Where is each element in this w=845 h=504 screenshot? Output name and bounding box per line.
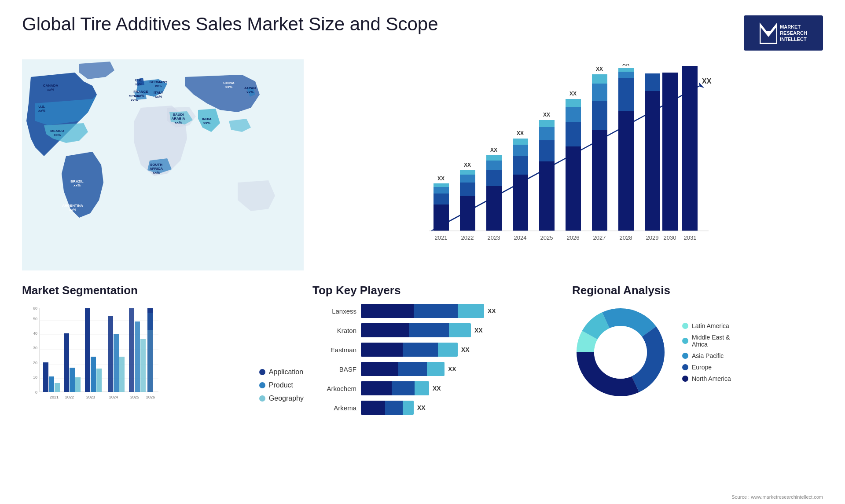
svg-text:INDIA: INDIA <box>202 117 212 121</box>
svg-text:2026: 2026 <box>146 395 155 399</box>
svg-text:2023: 2023 <box>488 234 500 241</box>
legend-item-application: Application <box>259 368 304 376</box>
legend-item-product: Product <box>259 381 304 389</box>
svg-text:CHINA: CHINA <box>223 81 235 85</box>
svg-rect-75 <box>618 72 634 78</box>
svg-text:XX: XX <box>543 112 550 118</box>
player-row-arkema: Arkema XX <box>312 401 563 415</box>
player-row-lanxess: Lanxess XX <box>312 304 563 318</box>
svg-rect-40 <box>434 187 449 194</box>
svg-rect-65 <box>566 107 581 122</box>
svg-rect-39 <box>434 194 449 205</box>
player-row-arkochem: Arkochem XX <box>312 381 563 395</box>
svg-rect-44 <box>460 183 475 196</box>
player-val-kraton: XX <box>474 327 483 334</box>
svg-text:2025: 2025 <box>130 395 139 399</box>
svg-text:xx%: xx% <box>203 121 210 125</box>
svg-rect-55 <box>513 145 528 156</box>
legend-label-product: Product <box>269 381 293 389</box>
svg-rect-38 <box>434 205 449 231</box>
legend-label-asia-pacific: Asia Pacific <box>692 352 724 359</box>
svg-rect-125 <box>135 321 140 392</box>
legend-dot-asia-pacific <box>682 353 688 359</box>
svg-text:CANADA: CANADA <box>43 84 59 88</box>
svg-rect-49 <box>486 170 502 186</box>
player-name-arkochem: Arkochem <box>312 385 356 392</box>
svg-rect-41 <box>434 183 449 187</box>
svg-text:xx%: xx% <box>54 133 61 137</box>
svg-text:2024: 2024 <box>514 234 527 241</box>
svg-text:2022: 2022 <box>461 234 474 241</box>
svg-text:SPAIN: SPAIN <box>129 94 140 98</box>
player-val-basf: XX <box>448 365 456 373</box>
map-section: CANADA xx% U.S. xx% MEXICO xx% BRAZIL xx… <box>22 59 304 270</box>
svg-text:2031: 2031 <box>684 234 697 241</box>
svg-rect-54 <box>513 156 528 175</box>
svg-text:2030: 2030 <box>664 234 676 241</box>
svg-rect-81 <box>682 66 698 231</box>
logo-text: MARKETRESEARCHINTELLECT <box>780 24 807 43</box>
regional-section: Regional Analysis <box>572 279 823 424</box>
svg-rect-73 <box>618 111 634 231</box>
svg-rect-121 <box>114 334 119 392</box>
svg-rect-79 <box>645 73 660 91</box>
svg-rect-126 <box>140 339 146 392</box>
svg-rect-66 <box>566 99 581 107</box>
svg-rect-109 <box>49 376 54 392</box>
regional-content: Latin America Middle East &Africa Asia P… <box>572 304 823 401</box>
svg-text:MEXICO: MEXICO <box>50 129 64 133</box>
legend-label-mea: Middle East &Africa <box>692 334 730 348</box>
svg-rect-112 <box>64 333 69 392</box>
legend-item-north-america: North America <box>682 375 731 382</box>
legend-label-latin-america: Latin America <box>692 322 729 329</box>
seg-chart-area: 0 10 20 30 40 50 60 <box>22 304 250 411</box>
regional-legend: Latin America Middle East &Africa Asia P… <box>682 322 731 382</box>
svg-text:XX: XX <box>622 64 629 67</box>
svg-rect-70 <box>592 84 607 101</box>
chart-section: XX XX XX XX <box>312 59 823 270</box>
svg-text:2025: 2025 <box>540 234 553 241</box>
svg-text:xx%: xx% <box>225 85 232 89</box>
svg-text:U.K.: U.K. <box>135 78 142 82</box>
legend-dot-geography <box>259 395 265 402</box>
svg-point-139 <box>594 326 647 379</box>
svg-rect-59 <box>539 140 555 161</box>
player-bar-container-kraton: XX <box>361 323 563 337</box>
svg-text:60: 60 <box>33 306 37 310</box>
svg-rect-108 <box>43 362 48 392</box>
svg-rect-51 <box>486 155 502 161</box>
svg-rect-110 <box>55 383 60 392</box>
player-bar-lanxess <box>361 304 484 318</box>
svg-text:xx%: xx% <box>175 121 182 124</box>
svg-text:2029: 2029 <box>646 234 659 241</box>
header: Global Tire Additives Sales Market Size … <box>22 13 823 51</box>
regional-title: Regional Analysis <box>572 284 823 297</box>
svg-text:xx%: xx% <box>155 95 162 99</box>
donut-chart-svg <box>572 304 669 401</box>
player-name-lanxess: Lanxess <box>312 307 356 315</box>
svg-text:ITALY: ITALY <box>154 91 163 95</box>
growth-chart-svg: XX XX XX XX <box>321 64 814 266</box>
player-val-arkochem: XX <box>433 385 441 392</box>
svg-rect-43 <box>460 196 475 231</box>
svg-text:2026: 2026 <box>567 234 580 241</box>
player-bar-kraton <box>361 323 471 337</box>
svg-text:U.S.: U.S. <box>38 105 45 109</box>
svg-rect-53 <box>513 175 528 231</box>
svg-text:xx%: xx% <box>38 109 45 113</box>
key-players-section: Top Key Players Lanxess XX Kraton <box>312 279 563 424</box>
svg-text:30: 30 <box>33 346 37 350</box>
svg-rect-120 <box>108 316 113 392</box>
svg-rect-68 <box>592 130 607 231</box>
player-bar-arkema <box>361 401 414 415</box>
main-content: CANADA xx% U.S. xx% MEXICO xx% BRAZIL xx… <box>22 59 823 424</box>
svg-rect-118 <box>96 369 102 392</box>
legend-item-latin-america: Latin America <box>682 322 731 329</box>
legend-label-north-america: North America <box>692 375 731 382</box>
svg-text:XX: XX <box>437 175 445 182</box>
svg-text:BRAZIL: BRAZIL <box>70 179 83 183</box>
legend-dot-europe <box>682 364 688 370</box>
svg-text:2022: 2022 <box>65 395 74 399</box>
segmentation-chart-svg: 0 10 20 30 40 50 60 <box>22 304 163 409</box>
svg-text:xx%: xx% <box>69 208 76 212</box>
